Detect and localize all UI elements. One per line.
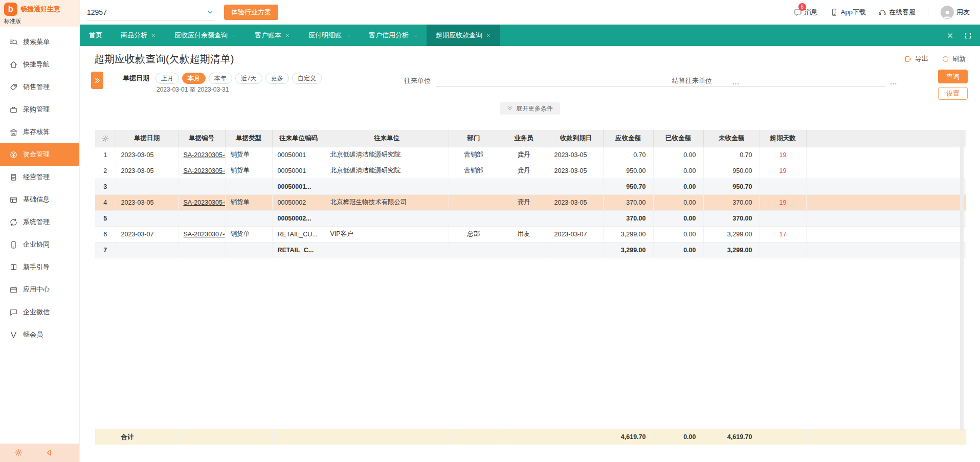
column-header[interactable]: 单据编号: [178, 130, 225, 147]
column-settings-gear-icon[interactable]: [95, 130, 116, 147]
sidebar-collapse-icon[interactable]: [45, 449, 53, 457]
cell-doc-date: [116, 242, 178, 258]
sidebar-item-system[interactable]: 系统管理: [0, 211, 79, 233]
cell-received: 0.00: [653, 179, 703, 194]
doc-link[interactable]: SA-20230305-0: [184, 151, 226, 159]
cell-partner: [325, 242, 449, 258]
online-service-button[interactable]: 在线客服: [878, 8, 916, 17]
column-header[interactable]: 部门: [449, 130, 499, 147]
table-row[interactable]: 500050002...370.000.00370.00: [95, 210, 966, 226]
sidebar-item-guide[interactable]: 新手引导: [0, 256, 79, 278]
cell-doc-date: 2023-03-05: [116, 194, 178, 210]
cell-due-date: 2023-03-05: [549, 163, 603, 179]
tab-close-icon[interactable]: [486, 33, 491, 38]
column-header[interactable]: 单据类型: [225, 130, 272, 147]
column-filler: [806, 130, 966, 147]
settle-partner-picker-dots[interactable]: ...: [890, 78, 897, 87]
trial-solution-button[interactable]: 体验行业方案: [224, 5, 278, 20]
sidebar-item-nav[interactable]: 快捷导航: [0, 53, 79, 76]
cell-doc-date: 2023-03-07: [116, 226, 178, 242]
sidebar-item-label: 资金管理: [23, 150, 50, 159]
date-pill-4[interactable]: 更多: [265, 73, 289, 84]
table-row[interactable]: 62023-03-07SA-20230307-0销货单RETAIL_CU...V…: [95, 226, 966, 242]
close-all-tabs-icon[interactable]: [946, 32, 954, 39]
doc-link[interactable]: SA-20230305-0: [184, 199, 226, 206]
messages-badge: 6: [798, 3, 806, 11]
tab-3[interactable]: 客户账本: [246, 25, 299, 46]
tab-2[interactable]: 应收应付余额查询: [165, 25, 246, 46]
sidebar-item-label: 系统管理: [23, 217, 50, 227]
column-header[interactable]: 单据日期: [116, 130, 178, 147]
sidebar-item-search[interactable]: 搜索菜单: [0, 31, 79, 53]
column-header[interactable]: 未收金额: [703, 130, 760, 147]
tab-6[interactable]: 超期应收款查询: [427, 25, 500, 46]
tab-4[interactable]: 应付明细账: [299, 25, 360, 46]
sidebar-item-business[interactable]: 经营管理: [0, 166, 79, 188]
table-empty-space: [95, 258, 966, 430]
sidebar-item-apps[interactable]: 应用中心: [0, 278, 79, 301]
refresh-icon: [942, 55, 949, 63]
column-header[interactable]: 已收金额: [653, 130, 703, 147]
sidebar-item-wechat[interactable]: 企业微信: [0, 301, 79, 323]
date-pill-2[interactable]: 本年: [209, 73, 232, 84]
settle-partner-input[interactable]: [717, 75, 886, 87]
sidebar-item-collab[interactable]: 企业协同: [0, 233, 79, 256]
table-row[interactable]: 12023-03-05SA-20230305-0销货单00050001北京低碳清…: [95, 147, 966, 163]
table-row[interactable]: 7RETAIL_C...3,299.000.003,299.00: [95, 242, 966, 258]
tab-close-icon[interactable]: [151, 33, 156, 38]
app-download-button[interactable]: App下载: [830, 8, 866, 17]
date-pill-5[interactable]: 自定义: [292, 73, 322, 84]
cell-due-date: 2023-03-07: [549, 226, 603, 242]
export-button[interactable]: 导出: [904, 54, 928, 63]
table-row[interactable]: 42023-03-05SA-20230305-0销货单00050002北京桦冠生…: [95, 194, 966, 210]
tab-close-icon[interactable]: [285, 33, 290, 38]
sidebar-item-fund[interactable]: 资金管理: [0, 143, 79, 166]
tab-close-icon[interactable]: [346, 33, 350, 38]
cell-doc-type: [225, 242, 272, 258]
cell-receivable: 950.00: [603, 163, 653, 179]
tab-close-icon[interactable]: [232, 33, 236, 38]
cell-doc-no: [178, 179, 225, 194]
tab-close-icon[interactable]: [413, 33, 417, 38]
company-select[interactable]: 12957: [87, 4, 214, 20]
column-header[interactable]: 业务员: [499, 130, 549, 147]
cell-salesman: 用友: [499, 226, 549, 242]
tab-5[interactable]: 客户信用分析: [360, 25, 427, 46]
doc-link[interactable]: SA-20230305-0: [184, 167, 226, 174]
table-row[interactable]: 300050001...950.700.00950.70: [95, 179, 966, 194]
column-header[interactable]: 应收金额: [603, 130, 653, 147]
sidebar-item-purchase[interactable]: 采购管理: [0, 98, 79, 121]
fullscreen-icon[interactable]: [964, 32, 972, 39]
system-icon: [9, 218, 18, 227]
column-header[interactable]: 收款到期日: [549, 130, 603, 147]
column-header[interactable]: 往来单位: [325, 130, 449, 147]
settings-gear-icon[interactable]: [14, 449, 23, 457]
table-header-row: 单据日期单据编号单据类型往来单位编码往来单位部门业务员收款到期日应收金额已收金额…: [95, 130, 966, 147]
column-header[interactable]: 超期天数: [760, 130, 806, 147]
cell-unreceived: 370.00: [703, 194, 760, 210]
edition-label: 标准版: [4, 17, 75, 25]
column-header[interactable]: 往来单位编码: [272, 130, 325, 147]
query-button[interactable]: 查询: [938, 70, 968, 83]
settings-button[interactable]: 设置: [938, 87, 968, 100]
sidebar-item-sale[interactable]: 销售管理: [0, 76, 79, 98]
cell-doc-type: 销货单: [225, 194, 272, 210]
sidebar-item-label: 企业微信: [23, 307, 50, 317]
table-row[interactable]: 22023-03-05SA-20230305-0销货单00050001北京低碳清…: [95, 163, 966, 179]
date-pill-3[interactable]: 近7天: [235, 73, 262, 84]
user-menu[interactable]: 用友: [941, 6, 970, 19]
tab-0[interactable]: 首页: [80, 25, 112, 46]
date-pill-0[interactable]: 上月: [155, 73, 179, 84]
vertical-scrollbar[interactable]: [960, 130, 964, 431]
refresh-button[interactable]: 刷新: [942, 54, 966, 63]
filter-collapse-button[interactable]: [91, 72, 103, 89]
mobile-phone-icon: [830, 8, 838, 16]
doc-link[interactable]: SA-20230307-0: [184, 231, 226, 238]
sidebar-item-member[interactable]: 畅会员: [0, 323, 79, 346]
sidebar-item-info[interactable]: 基础信息: [0, 188, 79, 211]
date-pill-1[interactable]: 本月: [182, 73, 206, 84]
expand-more-conditions[interactable]: 展开更多条件: [500, 102, 560, 115]
messages-button[interactable]: 消息 6: [794, 8, 818, 17]
sidebar-item-inventory[interactable]: 库存核算: [0, 121, 79, 143]
tab-1[interactable]: 商品分析: [112, 25, 165, 46]
